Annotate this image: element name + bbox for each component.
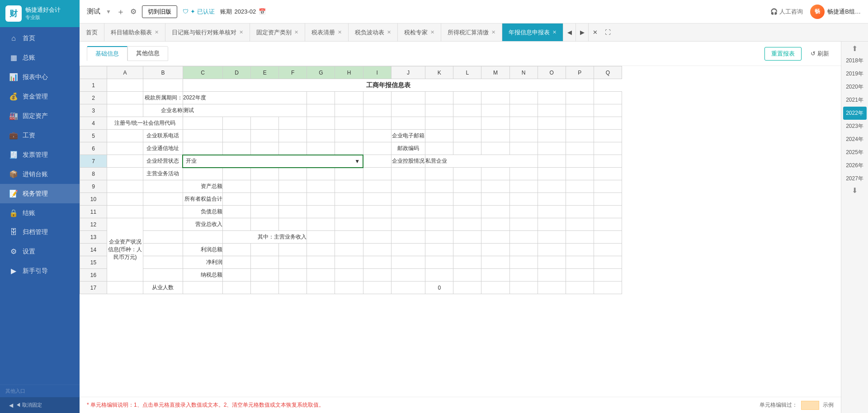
cell-16f[interactable] xyxy=(279,269,307,282)
tab-other-info[interactable]: 其他信息 xyxy=(127,46,168,61)
cell-14o[interactable] xyxy=(538,244,566,256)
cell-15h[interactable] xyxy=(335,256,363,269)
cell-4k[interactable] xyxy=(425,117,453,130)
cell-7c-dropdown[interactable]: 开业 ▼ xyxy=(183,155,363,168)
cell-8q[interactable] xyxy=(594,168,622,180)
cell-10c[interactable]: 所有者权益合计 xyxy=(183,193,222,206)
cell-13n[interactable] xyxy=(509,231,538,244)
tab-close-icon[interactable]: ✕ xyxy=(387,29,391,35)
cell-17f[interactable] xyxy=(279,282,307,294)
reset-report-button[interactable]: 重置报表 xyxy=(764,47,802,61)
cell-5c[interactable] xyxy=(183,130,222,142)
cell-3c[interactable]: 测试 xyxy=(183,104,307,117)
cell-11n[interactable] xyxy=(509,206,538,218)
cell-12m[interactable] xyxy=(481,218,509,231)
tab-tax-table[interactable]: 税表清册 ✕ xyxy=(305,23,349,41)
cell-14d[interactable] xyxy=(222,244,250,256)
cell-6p[interactable] xyxy=(566,142,594,155)
cell-7o[interactable] xyxy=(538,155,566,168)
cell-2q[interactable] xyxy=(594,92,622,104)
sidebar-item-reports[interactable]: 📊 报表中心 xyxy=(0,67,80,87)
cell-3k[interactable] xyxy=(425,104,453,117)
cell-14k[interactable] xyxy=(425,244,453,256)
cell-6b[interactable]: 企业通信地址 xyxy=(143,142,183,155)
cell-5n[interactable] xyxy=(509,130,538,142)
cell-11m[interactable] xyxy=(481,206,509,218)
year-2023[interactable]: 2023年 xyxy=(843,120,867,133)
tab-close-icon[interactable]: ✕ xyxy=(155,29,159,35)
cell-13q[interactable] xyxy=(594,231,622,244)
cell-16g[interactable] xyxy=(307,269,335,282)
cell-8o[interactable] xyxy=(538,168,566,180)
cell-12q[interactable] xyxy=(594,218,622,231)
cell-10g[interactable] xyxy=(307,193,335,206)
cell-3o[interactable] xyxy=(538,104,566,117)
year-2021[interactable]: 2021年 xyxy=(843,94,867,107)
cell-17j[interactable] xyxy=(391,282,425,294)
cell-4g[interactable] xyxy=(307,117,335,130)
cell-7q[interactable] xyxy=(594,155,622,168)
cell-16h[interactable] xyxy=(335,269,363,282)
cell-10b[interactable] xyxy=(143,193,183,206)
user-info[interactable]: 畅 畅捷通B组… xyxy=(810,5,861,19)
cell-16c[interactable]: 纳税总额 xyxy=(183,269,222,282)
cell-1c-title[interactable]: 工商年报信息表 xyxy=(183,79,594,92)
cell-5g[interactable] xyxy=(307,130,335,142)
tab-close-icon[interactable]: ✕ xyxy=(239,29,243,35)
cell-14l[interactable] xyxy=(453,244,481,256)
cell-4h[interactable] xyxy=(335,117,363,130)
cell-17a[interactable] xyxy=(107,282,143,294)
cell-8p[interactable] xyxy=(566,168,594,180)
sidebar-item-guide[interactable]: ▶ 新手引导 xyxy=(0,261,80,281)
cell-17e[interactable] xyxy=(251,282,279,294)
cell-9a[interactable] xyxy=(107,180,143,193)
cell-4q[interactable] xyxy=(594,117,622,130)
cell-9j[interactable] xyxy=(391,180,425,193)
cell-15f[interactable] xyxy=(279,256,307,269)
cell-11e[interactable] xyxy=(251,206,279,218)
cell-5d[interactable] xyxy=(222,130,250,142)
cell-2p[interactable] xyxy=(566,92,594,104)
cell-6l[interactable] xyxy=(453,142,481,155)
cell-15o[interactable] xyxy=(538,256,566,269)
cell-2h[interactable] xyxy=(335,92,363,104)
cell-8c[interactable] xyxy=(183,168,222,180)
cell-14c[interactable]: 利润总额 xyxy=(183,244,222,256)
cell-12d[interactable] xyxy=(222,218,250,231)
year-scroll-up-btn[interactable]: ⬆ xyxy=(850,43,859,54)
cell-6h[interactable] xyxy=(335,142,363,155)
cell-10d[interactable] xyxy=(222,193,250,206)
cell-9n[interactable] xyxy=(509,180,538,193)
cell-11d[interactable] xyxy=(222,206,250,218)
cell-12i[interactable] xyxy=(363,218,391,231)
cell-12f[interactable] xyxy=(279,218,307,231)
cell-15e[interactable] xyxy=(251,256,279,269)
cell-16m[interactable] xyxy=(481,269,509,282)
cell-16o[interactable] xyxy=(538,269,566,282)
cell-8k[interactable] xyxy=(425,168,453,180)
cell-9q[interactable] xyxy=(594,180,622,193)
cell-3q[interactable] xyxy=(594,104,622,117)
cell-10e[interactable] xyxy=(251,193,279,206)
cell-9d[interactable] xyxy=(222,180,250,193)
cell-9m[interactable] xyxy=(481,180,509,193)
cell-11j[interactable] xyxy=(391,206,425,218)
cell-17p[interactable] xyxy=(566,282,594,294)
tab-home[interactable]: 首页 xyxy=(80,23,104,41)
cell-6e[interactable] xyxy=(251,142,279,155)
add-tab-icon[interactable]: ＋ xyxy=(117,8,125,16)
cell-5i[interactable] xyxy=(363,130,391,142)
cell-7j[interactable]: 企业控股情况 xyxy=(391,155,425,168)
cell-9p[interactable] xyxy=(566,180,594,193)
cell-4n[interactable] xyxy=(509,117,538,130)
cell-15b[interactable] xyxy=(143,256,183,269)
gear-icon[interactable]: ⚙ xyxy=(130,7,137,16)
cell-17o[interactable] xyxy=(538,282,566,294)
tab-income-tax[interactable]: 所得税汇算清缴 ✕ xyxy=(441,23,502,41)
tab-tax-wave[interactable]: 税负波动表 ✕ xyxy=(349,23,398,41)
year-2027[interactable]: 2027年 xyxy=(843,172,867,185)
cell-14q[interactable] xyxy=(594,244,622,256)
cell-13h[interactable] xyxy=(335,231,363,244)
cell-10l[interactable] xyxy=(453,193,481,206)
year-2026[interactable]: 2026年 xyxy=(843,159,867,172)
